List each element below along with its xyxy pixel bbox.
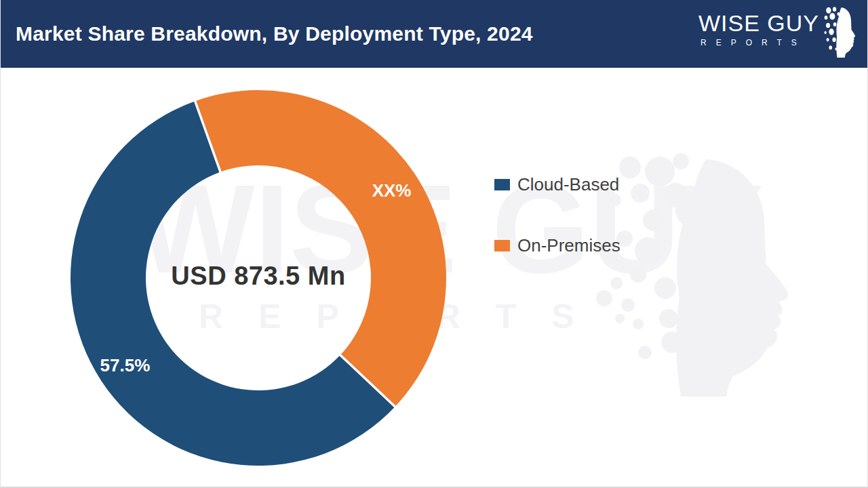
donut-center-label: USD 873.5 Mn	[123, 262, 394, 291]
slice-label-cloud-based: 57.5%	[100, 355, 151, 375]
legend-item-cloud-based: Cloud-Based	[494, 174, 620, 195]
slice-label-on-premises: XX%	[372, 180, 412, 201]
logo-wordmark: WISE GUY	[698, 12, 819, 35]
logo-reports-label: REPORTS	[698, 39, 806, 47]
legend-label-cloud-based: Cloud-Based	[517, 176, 619, 193]
chart-title: Market Share Breakdown, By Deployment Ty…	[1, 22, 533, 45]
wiseguy-logo: WISE GUY REPORTS	[698, 6, 858, 58]
page: Market Share Breakdown, By Deployment Ty…	[0, 0, 868, 488]
logo-text: WISE GUY REPORTS	[698, 12, 819, 47]
legend-label-on-premises: On-Premises	[517, 237, 620, 254]
watermark-face-icon	[594, 152, 804, 396]
legend-item-on-premises: On-Premises	[494, 235, 620, 256]
legend-swatch-cloud-based	[494, 179, 510, 190]
legend-swatch-on-premises	[494, 240, 510, 251]
logo-face-icon	[823, 6, 858, 58]
donut-slice-on-premises	[195, 90, 446, 407]
header: Market Share Breakdown, By Deployment Ty…	[1, 0, 868, 68]
legend: Cloud-Based On-Premises	[494, 174, 620, 256]
